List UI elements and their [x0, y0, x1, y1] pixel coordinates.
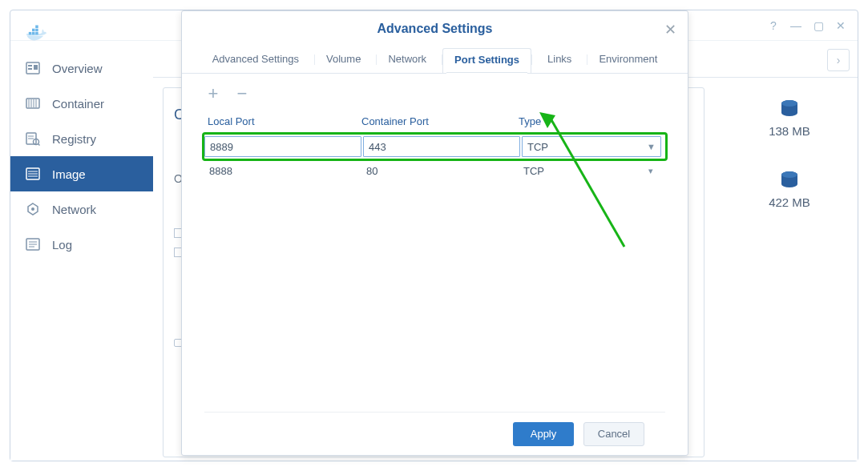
tab-network[interactable]: Network	[377, 53, 438, 73]
container-port-cell[interactable]: 80	[361, 159, 519, 182]
chevron-down-icon: ▼	[647, 142, 656, 151]
table-header: Local Port Container Port Type	[204, 109, 665, 135]
advanced-settings-dialog: Advanced Settings ✕ Advanced Settings Vo…	[181, 10, 688, 456]
database-icon	[779, 170, 800, 191]
tab-label: Environment	[599, 53, 657, 65]
sidebar-item-label: Overview	[52, 62, 103, 75]
local-port-input[interactable]: 8889	[204, 136, 361, 157]
tab-advanced-settings[interactable]: Advanced Settings	[201, 53, 310, 73]
database-icon	[779, 99, 800, 119]
close-window-button[interactable]: ✕	[832, 17, 850, 34]
cancel-button[interactable]: Cancel	[583, 422, 644, 446]
log-icon	[25, 236, 41, 252]
col-container-port[interactable]: Container Port	[361, 115, 519, 127]
sidebar-item-label: Network	[52, 203, 96, 216]
type-select[interactable]: TCP▼	[522, 136, 661, 157]
tab-environment[interactable]: Environment	[587, 53, 668, 73]
image-icon	[25, 166, 41, 182]
docker-icon	[26, 25, 49, 42]
sidebar-item-overview[interactable]: Overview	[10, 50, 153, 86]
svg-rect-8	[28, 68, 32, 70]
svg-point-25	[31, 207, 34, 211]
table-actions: + −	[204, 85, 665, 103]
add-row-button[interactable]: +	[204, 85, 222, 103]
tab-label: Volume	[326, 53, 361, 65]
dialog-title: Advanced Settings	[377, 22, 492, 36]
remove-row-button[interactable]: −	[233, 85, 251, 103]
dialog-header: Advanced Settings ✕	[182, 11, 688, 46]
local-port-cell[interactable]: 8888	[204, 159, 361, 182]
tab-label: Port Settings	[454, 54, 519, 66]
storage-stat: 138 MB	[769, 99, 810, 138]
table-row[interactable]: 8888 80 TCP▾	[204, 159, 665, 183]
sidebar-item-label: Log	[52, 238, 72, 252]
dialog-body: + − Local Port Container Port Type 8889 …	[182, 74, 688, 412]
svg-rect-10	[26, 99, 39, 108]
svg-rect-7	[28, 65, 32, 66]
tab-label: Links	[547, 53, 571, 65]
registry-icon	[25, 131, 41, 147]
tab-volume[interactable]: Volume	[315, 53, 372, 73]
sidebar-item-label: Image	[52, 167, 86, 181]
port-table: Local Port Container Port Type 8889 443 …	[204, 109, 665, 183]
sidebar-item-registry[interactable]: Registry	[10, 121, 153, 156]
col-type[interactable]: Type	[519, 115, 658, 127]
network-icon	[25, 201, 41, 217]
close-icon[interactable]: ✕	[664, 21, 676, 38]
overview-icon	[25, 60, 41, 76]
right-stats-panel: 138 MB 422 MB	[721, 78, 858, 209]
nav-next-button[interactable]: ›	[827, 49, 850, 71]
sidebar: Overview Container Registry Image	[10, 42, 153, 461]
svg-point-31	[781, 100, 797, 107]
svg-rect-9	[34, 65, 38, 70]
svg-rect-3	[32, 29, 35, 32]
sidebar-item-network[interactable]: Network	[10, 191, 153, 227]
maximize-button[interactable]: ▢	[809, 17, 827, 34]
stat-value: 138 MB	[769, 124, 810, 138]
sidebar-item-container[interactable]: Container	[10, 86, 153, 121]
apply-button[interactable]: Apply	[513, 422, 574, 446]
container-port-input[interactable]: 443	[363, 136, 520, 157]
container-icon	[25, 95, 41, 111]
col-local-port[interactable]: Local Port	[204, 115, 361, 127]
chevron-down-icon: ▾	[648, 166, 653, 176]
table-row[interactable]: 8889 443 TCP▼	[204, 135, 665, 159]
minimize-button[interactable]: —	[787, 17, 805, 34]
help-button[interactable]: ?	[765, 17, 782, 34]
svg-rect-5	[35, 26, 38, 29]
tab-label: Network	[388, 53, 426, 65]
stat-value: 422 MB	[769, 195, 810, 209]
tab-label: Advanced Settings	[212, 53, 299, 65]
sidebar-item-log[interactable]: Log	[10, 227, 153, 262]
dialog-footer: Apply Cancel	[204, 412, 665, 455]
tab-port-settings[interactable]: Port Settings	[442, 48, 531, 74]
type-cell[interactable]: TCP▾	[519, 159, 658, 182]
svg-rect-4	[35, 29, 38, 32]
storage-stat: 422 MB	[769, 170, 810, 209]
svg-line-19	[38, 144, 40, 146]
sidebar-item-label: Container	[52, 97, 104, 111]
sidebar-item-label: Registry	[52, 132, 96, 146]
sidebar-item-image[interactable]: Image	[10, 156, 153, 191]
dialog-tabs: Advanced Settings Volume Network Port Se…	[182, 46, 688, 74]
tab-links[interactable]: Links	[536, 53, 583, 73]
svg-point-33	[781, 171, 797, 178]
